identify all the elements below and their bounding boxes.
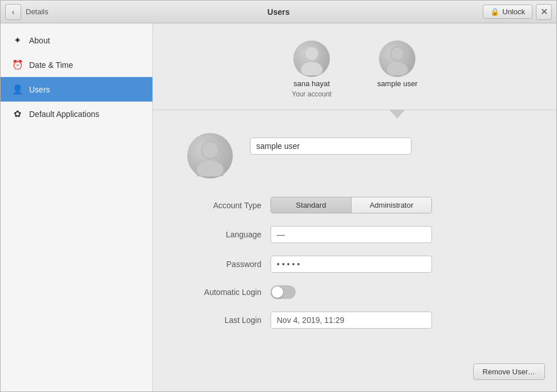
- sidebar: ✦ About ⏰ Date & Time 👤 Users ✿ Default …: [1, 23, 153, 391]
- default-apps-icon: ✿: [12, 108, 22, 119]
- svg-point-2: [305, 47, 318, 60]
- close-button[interactable]: ✕: [536, 4, 552, 20]
- detail-name-field: [250, 133, 522, 155]
- sidebar-item-datetime[interactable]: ⏰ Date & Time: [1, 52, 152, 77]
- user1-subtitle: Your account: [292, 90, 332, 98]
- titlebar: ‹ Details Users 🔒 Unlock ✕: [1, 1, 556, 23]
- window: ‹ Details Users 🔒 Unlock ✕ ✦ About ⏰: [0, 0, 557, 392]
- remove-user-button[interactable]: Remove User…: [473, 363, 545, 380]
- selected-caret: [389, 110, 405, 119]
- sidebar-item-about[interactable]: ✦ About: [1, 28, 152, 52]
- user1-block[interactable]: sana hayat Your account: [292, 41, 332, 98]
- autologin-row: Automatic Login: [187, 285, 522, 299]
- user-detail-section: Account Type Standard Administrator Lang…: [153, 110, 556, 346]
- sidebar-item-label: Date & Time: [29, 60, 73, 70]
- user2-name: sample user: [377, 79, 418, 88]
- sidebar-item-label: About: [29, 36, 50, 45]
- sidebar-item-users[interactable]: 👤 Users: [1, 77, 152, 102]
- lastlogin-row: Last Login: [187, 312, 522, 329]
- content-area: sana hayat Your account sample user: [153, 23, 556, 391]
- user1-avatar: [293, 41, 330, 77]
- detail-header: [187, 133, 522, 179]
- back-button[interactable]: ‹: [5, 4, 21, 20]
- account-type-row: Account Type Standard Administrator: [187, 197, 522, 213]
- username-input[interactable]: [250, 138, 411, 155]
- main-layout: ✦ About ⏰ Date & Time 👤 Users ✿ Default …: [1, 23, 556, 391]
- toggle-knob: [272, 286, 283, 298]
- window-title: Users: [108, 7, 449, 17]
- detail-avatar-svg: [189, 135, 231, 176]
- account-type-standard[interactable]: Standard: [271, 197, 352, 213]
- user1-avatar-svg: [295, 42, 328, 75]
- sidebar-item-label: Users: [29, 85, 50, 94]
- account-type-label: Account Type: [187, 201, 261, 210]
- users-top: sana hayat Your account sample user: [153, 23, 556, 110]
- language-input[interactable]: [271, 226, 432, 243]
- sidebar-item-label: Default Applications: [29, 110, 99, 119]
- unlock-button[interactable]: 🔒 Unlock: [483, 5, 532, 19]
- password-input[interactable]: [271, 256, 432, 273]
- autologin-label: Automatic Login: [187, 288, 261, 297]
- user2-block[interactable]: sample user: [377, 41, 418, 98]
- language-label: Language: [187, 230, 261, 239]
- account-type-selector: Standard Administrator: [271, 197, 432, 213]
- detail-avatar: [187, 133, 233, 179]
- details-label: Details: [26, 7, 49, 16]
- users-icon: 👤: [12, 84, 22, 95]
- user2-avatar: [379, 41, 415, 77]
- close-icon: ✕: [540, 6, 548, 17]
- password-label: Password: [187, 260, 261, 269]
- lastlogin-label: Last Login: [187, 316, 261, 325]
- autologin-toggle[interactable]: [271, 285, 296, 299]
- about-icon: ✦: [12, 35, 22, 46]
- user2-avatar-svg: [381, 42, 414, 75]
- password-row: Password: [187, 256, 522, 273]
- language-row: Language: [187, 226, 522, 243]
- user1-name: sana hayat: [293, 79, 330, 88]
- sidebar-item-default-apps[interactable]: ✿ Default Applications: [1, 102, 152, 126]
- lastlogin-input[interactable]: [271, 312, 432, 329]
- bottom-bar: Remove User…: [473, 363, 545, 380]
- svg-point-6: [391, 47, 403, 60]
- datetime-icon: ⏰: [12, 59, 22, 70]
- account-type-administrator[interactable]: Administrator: [352, 197, 431, 213]
- svg-point-10: [202, 142, 218, 158]
- lock-icon: 🔒: [490, 7, 499, 16]
